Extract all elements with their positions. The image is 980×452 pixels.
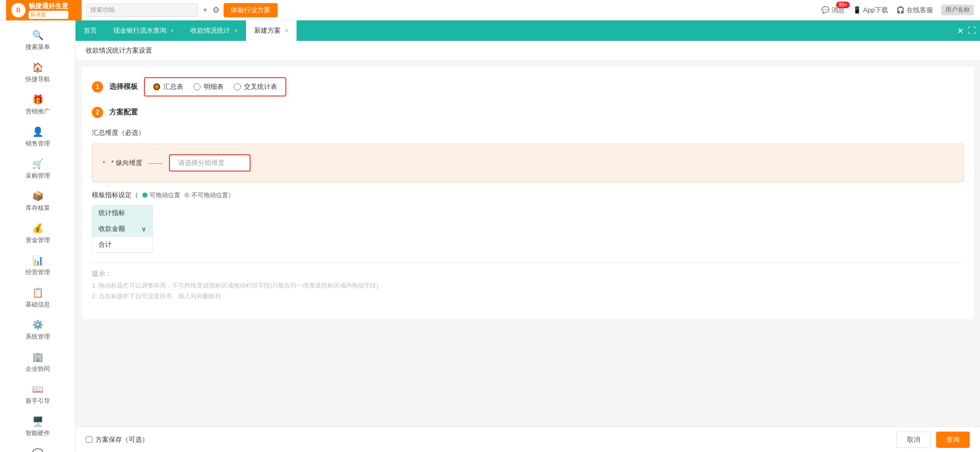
step1-title: 选择模板 [109, 82, 138, 91]
tab-bank-flow-close[interactable]: × [170, 27, 174, 34]
tab-bar: 首页 现金银行流水查询 × 收款情况统计 × 新建方案 × ✕ ⛶ [76, 20, 980, 41]
tab-bar-actions: ✕ ⛶ [957, 26, 980, 36]
brand-badge: 标准版 [29, 11, 68, 19]
radio-detail-label: 明细表 [204, 82, 224, 91]
user-avatar[interactable]: 用户名称 [941, 5, 974, 15]
marketing-label: 营销推广 [26, 107, 50, 116]
radio-summary-input[interactable] [153, 83, 160, 90]
page-content: 收款情况统计方案设置 1 选择模板 汇总表 明细表 [76, 41, 980, 426]
save-option: 方案保存（可选） [86, 435, 149, 444]
app-download-icon: 📱 [853, 6, 861, 14]
radio-cross[interactable]: 交叉统计表 [234, 82, 277, 91]
operations-icon: 📊 [32, 255, 43, 266]
smart-hw-icon: 🖥️ [32, 416, 43, 427]
sys-mgmt-label: 系统管理 [26, 332, 50, 341]
sales-icon: 👤 [32, 126, 43, 137]
sidebar-item-newbie[interactable]: 📖 新手引导 [0, 378, 75, 411]
smart-hw-label: 智能硬件 [26, 429, 50, 438]
tips-item-2: 2. 点击标题栏下拉可设置排序、插入列和删除列 [92, 292, 964, 301]
header-right-area: 💬 消息 99+ 📱 App下载 🎧 在线客服 用户名称 [821, 5, 974, 15]
ent-wechat-icon: 💬 [32, 448, 43, 452]
sidebar-item-basic-info[interactable]: 📋 基础信息 [0, 282, 75, 314]
sidebar-item-ent-wechat[interactable]: 💬 企业微信 [0, 443, 75, 452]
stat-indicator-title: 统计指标 [99, 208, 125, 218]
required-mark: * [103, 159, 105, 167]
tab-collection-stat[interactable]: 收款情况统计 × [182, 20, 246, 41]
search-menu-label: 搜索菜单 [26, 43, 50, 52]
settings-gear-icon[interactable]: ⚙ [212, 5, 219, 15]
header-search-box[interactable]: 搜索功能 [86, 4, 198, 17]
step1-number: 1 [92, 81, 103, 92]
radio-detail[interactable]: 明细表 [193, 82, 224, 91]
tab-new-scheme-label: 新建方案 [254, 26, 281, 35]
stat-col-header-row: 收款金额 ∨ [92, 221, 153, 237]
sidebar: 🔍 搜索菜单 🏠 快捷导航 🎁 营销推广 👤 销售管理 🛒 采购管理 📦 库存核… [0, 20, 76, 452]
tips-item-1: 1. 拖动标题栏可以调整布局，不可跨维度或指标区域拖动栏目字段(只能在同一维度或… [92, 281, 964, 290]
quick-nav-icon: 🏠 [32, 62, 43, 73]
page-title: 收款情况统计方案设置 [86, 46, 152, 54]
content-area: 首页 现金银行流水查询 × 收款情况统计 × 新建方案 × ✕ ⛶ 收 [76, 20, 980, 452]
vertical-dim-label: * 纵向维度 [111, 158, 142, 168]
logo-icon-text: B [16, 7, 21, 14]
query-button[interactable]: 查询 [936, 432, 970, 448]
cancel-button[interactable]: 取消 [896, 432, 931, 448]
tips-section: 提示： 1. 拖动标题栏可以调整布局，不可跨维度或指标区域拖动栏目字段(只能在同… [92, 263, 964, 309]
enterprise-collab-label: 企业协同 [26, 365, 50, 373]
tab-home[interactable]: 首页 [76, 20, 105, 41]
scheme-config: 汇总维度（必选） * * 纵向维度 —— 请选择分组维度 [92, 128, 964, 309]
newbie-label: 新手引导 [26, 397, 50, 406]
app-download-label: App下载 [863, 6, 888, 15]
search-dropdown-arrow[interactable]: ▼ [202, 7, 208, 14]
stat-col-header: 收款金额 [99, 224, 125, 233]
sidebar-item-inventory[interactable]: 📦 库存核算 [0, 185, 75, 218]
tab-collection-stat-label: 收款情况统计 [190, 26, 230, 35]
no-drag-dot [184, 193, 189, 198]
sidebar-item-search-menu[interactable]: 🔍 搜索菜单 [0, 25, 75, 57]
step1-row: 1 选择模板 汇总表 明细表 交叉统计表 [92, 77, 964, 97]
app-download-button[interactable]: 📱 App下载 [853, 6, 888, 15]
sidebar-item-purchase[interactable]: 🛒 采购管理 [0, 153, 75, 185]
sidebar-item-quick-nav[interactable]: 🏠 快捷导航 [0, 57, 75, 89]
sidebar-item-smart-hw[interactable]: 🖥️ 智能硬件 [0, 411, 75, 443]
finance-label: 资金管理 [26, 236, 50, 245]
indicator-section: 模板指标设定（ 可拖动位置 不可拖动位置） [92, 191, 964, 254]
sidebar-item-enterprise-collab[interactable]: 🏢 企业协同 [0, 346, 75, 378]
tab-home-label: 首页 [84, 26, 97, 35]
sidebar-item-sales[interactable]: 👤 销售管理 [0, 121, 75, 153]
bottom-bar: 方案保存（可选） 取消 查询 [76, 426, 980, 452]
sys-mgmt-icon: ⚙️ [32, 319, 43, 330]
tab-new-scheme[interactable]: 新建方案 × [246, 20, 297, 41]
tab-bank-flow[interactable]: 现金银行流水查询 × [105, 20, 182, 41]
logo-area: B 畅捷通好生意 标准版 [6, 0, 82, 20]
notifications-button[interactable]: 💬 消息 99+ [821, 6, 845, 15]
tab-fullscreen-icon[interactable]: ⛶ [968, 26, 976, 35]
dimension-select-placeholder: 请选择分组维度 [178, 158, 225, 168]
dimension-select[interactable]: 请选择分组维度 [169, 154, 251, 172]
sidebar-item-finance[interactable]: 💰 资金管理 [0, 218, 75, 250]
radio-summary[interactable]: 汇总表 [153, 82, 183, 91]
enterprise-collab-icon: 🏢 [32, 351, 43, 363]
bottom-buttons: 取消 查询 [896, 432, 970, 448]
tab-collection-stat-close[interactable]: × [234, 27, 238, 34]
sidebar-item-sys-mgmt[interactable]: ⚙️ 系统管理 [0, 314, 75, 346]
quick-nav-label: 快捷导航 [26, 75, 50, 84]
basic-info-label: 基础信息 [26, 300, 50, 309]
step2-number: 2 [92, 107, 103, 118]
no-drag-indicator: 不可拖动位置） [184, 191, 234, 200]
radio-summary-label: 汇总表 [163, 82, 183, 91]
radio-detail-input[interactable] [193, 83, 201, 90]
sidebar-item-marketing[interactable]: 🎁 营销推广 [0, 89, 75, 121]
inventory-label: 库存核算 [26, 204, 50, 212]
radio-cross-input[interactable] [234, 83, 241, 90]
newbie-icon: 📖 [32, 384, 43, 395]
online-support-button[interactable]: 🎧 在线客服 [896, 6, 933, 15]
finance-icon: 💰 [32, 223, 43, 234]
tab-new-scheme-close[interactable]: × [285, 27, 288, 34]
save-checkbox[interactable] [86, 436, 92, 443]
stat-col-chevron[interactable]: ∨ [141, 225, 146, 233]
tab-close-all-icon[interactable]: ✕ [957, 26, 964, 36]
indicator-section-label: 模板指标设定（ [92, 191, 138, 200]
logo-icon: B [11, 3, 26, 17]
trial-button[interactable]: 体验行业方案 [224, 3, 278, 17]
sidebar-item-operations[interactable]: 📊 经营管理 [0, 250, 75, 282]
